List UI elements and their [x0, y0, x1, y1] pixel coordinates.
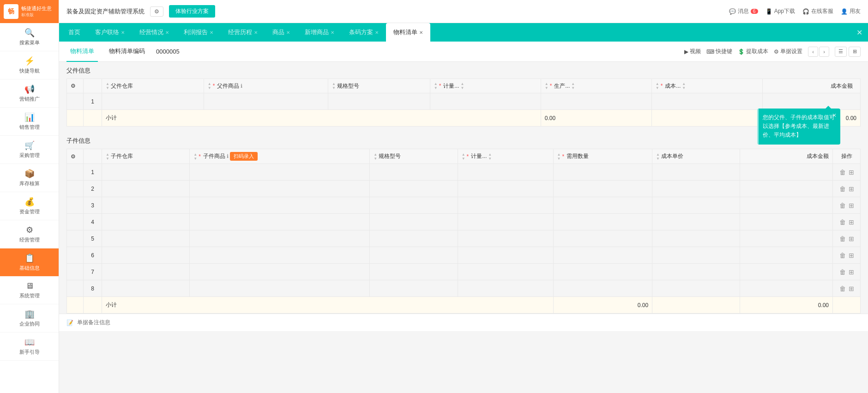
- child-row2-spec[interactable]: [370, 181, 458, 197]
- tab-bom-close[interactable]: ✕: [419, 30, 423, 35]
- sidebar-item-quick-nav[interactable]: ⚡ 快捷导航: [0, 51, 59, 79]
- copy-icon-7[interactable]: ⊞: [849, 268, 854, 276]
- child-row7-unit-cost[interactable]: [652, 264, 740, 280]
- unit-sort2[interactable]: ▲▼: [460, 82, 464, 90]
- spec-sort[interactable]: ▲▼: [332, 82, 336, 90]
- child-row5-spec[interactable]: [370, 230, 458, 247]
- child-row4-warehouse[interactable]: [102, 214, 190, 230]
- tab-history-close[interactable]: ✕: [254, 30, 258, 35]
- extract-cost-button[interactable]: 💲 提取成本: [738, 48, 768, 55]
- child-unit-sort[interactable]: ▲▼: [462, 152, 465, 161]
- user-button[interactable]: 👤 用友: [841, 7, 861, 15]
- child-row2-warehouse[interactable]: [102, 181, 190, 197]
- child-row8-goods[interactable]: [190, 280, 370, 297]
- tabs-close-all[interactable]: ✕: [853, 28, 866, 37]
- warehouse-sort[interactable]: ▲▼: [106, 82, 109, 90]
- delete-icon-8[interactable]: 🗑: [839, 285, 846, 292]
- child-row6-spec[interactable]: [370, 247, 458, 264]
- tooltip-close-button[interactable]: ✕: [832, 111, 837, 120]
- prod-sort2[interactable]: ▲▼: [571, 82, 575, 90]
- child-row7-warehouse[interactable]: [102, 264, 190, 280]
- parent-row1-warehouse[interactable]: [102, 93, 204, 110]
- child-qty-sort[interactable]: ▲▼: [557, 152, 561, 161]
- tab-goods[interactable]: 商品 ✕: [265, 23, 297, 42]
- sidebar-item-guide[interactable]: 📖 新手引导: [0, 333, 59, 361]
- sidebar-logo[interactable]: 畅 畅捷通好生意 标准版: [0, 0, 59, 23]
- sidebar-item-operations[interactable]: ⚙ 经营管理: [0, 220, 59, 248]
- copy-icon-8[interactable]: ⊞: [849, 285, 854, 292]
- child-row8-qty[interactable]: [553, 280, 652, 297]
- child-row8-warehouse[interactable]: [102, 280, 190, 297]
- sidebar-item-inventory[interactable]: 📦 库存核算: [0, 164, 59, 192]
- child-row8-unit-cost[interactable]: [652, 280, 740, 297]
- child-unit-sort2[interactable]: ▲▼: [488, 152, 492, 161]
- tab-bom[interactable]: 物料清单 ✕: [386, 23, 430, 42]
- settings-button[interactable]: ⚙: [150, 6, 163, 17]
- experience-button[interactable]: 体验行业方案: [169, 5, 215, 18]
- tab-profit[interactable]: 利润报告 ✕: [176, 23, 221, 42]
- grid-view-button[interactable]: ⊞: [849, 47, 861, 57]
- parent-row1-production[interactable]: [541, 93, 651, 110]
- tab-operations-close[interactable]: ✕: [165, 30, 169, 35]
- delete-icon-4[interactable]: 🗑: [839, 218, 846, 226]
- sidebar-item-sales[interactable]: 📊 销售管理: [0, 108, 59, 136]
- sidebar-item-finance[interactable]: 💰 资金管理: [0, 192, 59, 220]
- child-row6-warehouse[interactable]: [102, 247, 190, 264]
- child-goods-info-icon[interactable]: ℹ: [227, 153, 229, 159]
- message-button[interactable]: 💬 消息 6: [729, 7, 758, 15]
- child-row1-unit[interactable]: [458, 164, 553, 181]
- tab-profit-close[interactable]: ✕: [210, 30, 213, 35]
- child-row4-qty[interactable]: [553, 214, 652, 230]
- copy-icon-2[interactable]: ⊞: [849, 185, 854, 193]
- copy-icon-1[interactable]: ⊞: [849, 169, 854, 176]
- child-row6-qty[interactable]: [553, 247, 652, 264]
- child-warehouse-sort[interactable]: ▲▼: [106, 152, 109, 161]
- child-row4-goods[interactable]: [190, 214, 370, 230]
- list-view-button[interactable]: ☰: [835, 47, 847, 57]
- child-row6-unit-cost[interactable]: [652, 247, 740, 264]
- copy-icon-3[interactable]: ⊞: [849, 202, 854, 209]
- delete-icon-7[interactable]: 🗑: [839, 268, 846, 276]
- child-row5-unit[interactable]: [458, 230, 553, 247]
- sidebar-item-purchase[interactable]: 🛒 采购管理: [0, 136, 59, 164]
- child-goods-sort[interactable]: ▲▼: [193, 152, 197, 161]
- tab-goods-close[interactable]: ✕: [286, 30, 290, 35]
- child-row2-goods[interactable]: [190, 181, 370, 197]
- copy-icon-6[interactable]: ⊞: [849, 252, 854, 259]
- sidebar-item-system[interactable]: 🖥 系统管理: [0, 277, 59, 304]
- child-row4-unit[interactable]: [458, 214, 553, 230]
- child-row1-spec[interactable]: [370, 164, 458, 181]
- sidebar-item-search[interactable]: 🔍 搜索菜单: [0, 23, 59, 51]
- copy-icon-5[interactable]: ⊞: [849, 235, 854, 242]
- tab-barcode[interactable]: 条码方案 ✕: [342, 23, 386, 42]
- child-row5-unit-cost[interactable]: [652, 230, 740, 247]
- child-row1-qty[interactable]: [553, 164, 652, 181]
- child-row5-goods[interactable]: [190, 230, 370, 247]
- delete-icon-2[interactable]: 🗑: [839, 185, 846, 193]
- child-row7-qty[interactable]: [553, 264, 652, 280]
- child-row6-goods[interactable]: [190, 247, 370, 264]
- child-row2-qty[interactable]: [553, 181, 652, 197]
- delete-icon-3[interactable]: 🗑: [839, 202, 846, 209]
- child-row1-unit-cost[interactable]: [652, 164, 740, 181]
- child-row2-unit-cost[interactable]: [652, 181, 740, 197]
- child-row8-unit[interactable]: [458, 280, 553, 297]
- delete-icon-1[interactable]: 🗑: [839, 169, 846, 176]
- tab-customer-close[interactable]: ✕: [121, 30, 125, 35]
- tab-new-goods[interactable]: 新增商品 ✕: [297, 23, 342, 42]
- sub-tab-bom-list[interactable]: 物料清单: [66, 42, 98, 62]
- unit-sort[interactable]: ▲▼: [434, 82, 438, 90]
- scan-button[interactable]: 扫码录入: [230, 152, 258, 161]
- tab-customer[interactable]: 客户联络 ✕: [88, 23, 132, 42]
- child-row3-qty[interactable]: [553, 197, 652, 214]
- video-button[interactable]: ▶ 视频: [684, 48, 701, 55]
- prod-sort[interactable]: ▲▼: [545, 82, 549, 90]
- child-row1-warehouse[interactable]: [102, 164, 190, 181]
- child-row8-spec[interactable]: [370, 280, 458, 297]
- child-row7-goods[interactable]: [190, 264, 370, 280]
- parent-goods-info-icon[interactable]: ℹ: [241, 83, 242, 89]
- child-row1-goods[interactable]: [190, 164, 370, 181]
- tab-history[interactable]: 经营历程 ✕: [221, 23, 265, 42]
- goods-sort[interactable]: ▲▼: [208, 82, 211, 90]
- tab-home[interactable]: 首页: [61, 23, 88, 42]
